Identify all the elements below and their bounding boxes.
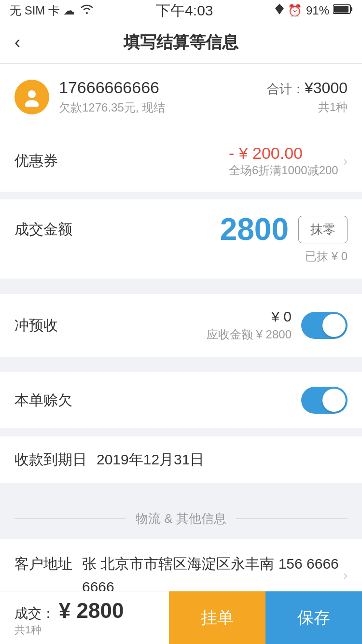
hold-button[interactable]: 挂单	[169, 591, 265, 644]
status-time: 下午4:03	[156, 1, 213, 21]
customer-section: 17666666666 欠款1276.35元, 现结 合计：¥3000 共1种 …	[0, 64, 362, 192]
coupon-right: - ¥ 200.00 全场6折满1000减200 ›	[229, 144, 348, 178]
amount-row: 成交金额 2800 抹零	[14, 214, 348, 245]
logistics-header: 物流 & 其他信息	[0, 499, 362, 539]
customer-left: 17666666666 欠款1276.35元, 现结	[14, 78, 165, 115]
total-label-text: 合计：	[267, 82, 305, 96]
amount-right: 2800 抹零	[220, 214, 348, 245]
coupon-label: 优惠券	[14, 151, 58, 171]
page-title: 填写结算等信息	[124, 31, 238, 54]
total-label: 合计：¥3000	[267, 79, 348, 98]
precollect-sub: 应收金额 ¥ 2800	[207, 327, 292, 342]
precollect-amount: ¥ 0 应收金额 ¥ 2800	[207, 308, 292, 342]
svg-rect-2	[334, 6, 348, 13]
logistics-line-left	[14, 518, 126, 519]
deal-amount-value: 2800	[220, 214, 289, 245]
battery-text: 91%	[306, 4, 329, 17]
battery-icon	[333, 4, 352, 17]
bottom-summary: 成交： ¥ 2800 共1种	[0, 599, 169, 637]
debt-section: 本单赊欠	[0, 364, 362, 428]
bottom-bar: 成交： ¥ 2800 共1种 挂单 保存	[0, 591, 362, 644]
save-button[interactable]: 保存	[265, 591, 362, 644]
round-zero-button[interactable]: 抹零	[298, 216, 348, 243]
precollect-section: 冲预收 ¥ 0 应收金额 ¥ 2800	[0, 286, 362, 357]
location-icon	[275, 4, 284, 17]
coupon-amount: - ¥ 200.00	[229, 144, 338, 163]
bottom-summary-line1: 成交： ¥ 2800	[14, 599, 154, 623]
chevron-right-icon: ›	[343, 154, 348, 169]
back-button[interactable]: ‹	[14, 32, 20, 53]
precollect-toggle[interactable]	[301, 312, 348, 339]
bottom-deal-label: 成交：	[14, 606, 55, 621]
coupon-row[interactable]: 优惠券 - ¥ 200.00 全场6折满1000减200 ›	[0, 130, 362, 192]
alarm-icon: ⏰	[288, 4, 302, 17]
customer-info: 17666666666 欠款1276.35元, 现结	[59, 78, 165, 115]
avatar	[14, 80, 49, 114]
coupon-desc: 全场6折满1000减200	[229, 163, 338, 178]
customer-right: 合计：¥3000 共1种	[267, 79, 348, 115]
amount-sub: 已抹 ¥ 0	[14, 249, 348, 264]
svg-point-3	[28, 90, 36, 98]
svg-point-4	[25, 100, 39, 107]
logistics-title: 物流 & 其他信息	[136, 510, 226, 527]
svg-rect-1	[350, 7, 352, 11]
bottom-deal-amount: ¥ 2800	[59, 599, 124, 622]
status-bar: 无 SIM 卡 ☁ 下午4:03 ⏰ 91%	[0, 0, 362, 21]
address-label: 客户地址	[14, 552, 72, 574]
duedate-value: 2019年12月31日	[97, 450, 204, 470]
precollect-label: 冲预收	[14, 316, 58, 336]
deal-amount-label: 成交金额	[14, 220, 72, 239]
customer-phone: 17666666666	[59, 78, 165, 97]
no-sim-text: 无 SIM 卡 ☁	[10, 3, 75, 18]
debt-toggle[interactable]	[301, 387, 348, 414]
nav-bar: ‹ 填写结算等信息	[0, 21, 362, 64]
customer-row: 17666666666 欠款1276.35元, 现结 合计：¥3000 共1种	[0, 64, 362, 130]
address-chevron-icon: ›	[343, 568, 348, 583]
total-amount: ¥3000	[305, 79, 348, 97]
bottom-deal-count: 共1种	[14, 623, 154, 637]
duedate-label: 收款到期日	[14, 450, 87, 470]
precollect-value: ¥ 0	[207, 308, 292, 325]
wifi-icon	[80, 4, 94, 17]
divider	[0, 491, 362, 499]
logistics-line-right	[236, 518, 348, 519]
duedate-section: 收款到期日 2019年12月31日	[0, 436, 362, 483]
precollect-right: ¥ 0 应收金额 ¥ 2800	[207, 308, 348, 342]
customer-debt: 欠款1276.35元, 现结	[59, 100, 165, 115]
amount-section: 成交金额 2800 抹零 已抹 ¥ 0	[0, 199, 362, 279]
debt-label: 本单赊欠	[14, 391, 72, 410]
status-right: ⏰ 91%	[275, 4, 352, 17]
total-count: 共1种	[267, 99, 348, 115]
precollect-row: 冲预收 ¥ 0 应收金额 ¥ 2800	[14, 308, 348, 342]
status-left: 无 SIM 卡 ☁	[10, 3, 94, 18]
